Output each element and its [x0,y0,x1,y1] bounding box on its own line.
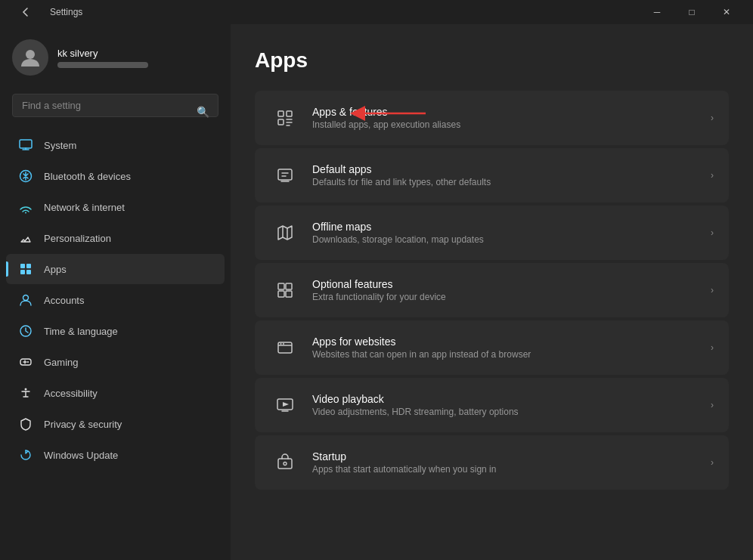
sidebar-item-personalization[interactable]: Personalization [6,223,225,253]
apps-icon [18,261,33,277]
settings-item-apps-websites[interactable]: Apps for websites Websites that can open… [255,320,729,375]
titlebar-title: Settings [50,7,82,17]
page-title: Apps [255,48,729,73]
sidebar-item-label-privacy: Privacy & security [44,419,122,430]
sidebar-item-network[interactable]: Network & internet [6,192,225,222]
user-name: kk silvery [57,48,148,59]
settings-item-startup[interactable]: Startup Apps that start automatically wh… [255,435,729,490]
apps-features-icon [270,103,300,133]
svg-rect-14 [278,111,284,116]
default-apps-icon [270,160,300,190]
windows-update-icon [18,447,33,463]
svg-point-0 [26,50,35,59]
titlebar: Settings ─ □ ✕ [0,0,753,24]
sidebar-item-accounts[interactable]: Accounts [6,285,225,315]
privacy-icon [18,416,33,432]
apps-websites-text: Apps for websites Websites that can open… [312,336,699,360]
sidebar-item-bluetooth[interactable]: Bluetooth & devices [6,161,225,191]
time-icon [18,323,33,339]
video-playback-title: Video playback [312,393,699,405]
video-playback-icon [270,390,300,420]
optional-features-title: Optional features [312,278,699,290]
apps-websites-icon [270,333,300,363]
sidebar-nav: System Bluetooth & devices [0,129,231,471]
sidebar-item-time[interactable]: Time & language [6,316,225,346]
offline-maps-icon [270,218,300,248]
startup-chevron: › [711,457,714,468]
svg-rect-21 [286,291,292,297]
startup-desc: Apps that start automatically when you s… [312,464,699,475]
sidebar: kk silvery 🔍 System [0,24,231,560]
sidebar-item-accessibility[interactable]: Accessibility [6,378,225,408]
settings-item-default-apps[interactable]: Default apps Defaults for file and link … [255,148,729,203]
startup-text: Startup Apps that start automatically wh… [312,450,699,475]
optional-features-desc: Extra functionality for your device [312,292,699,302]
sidebar-item-label-apps: Apps [44,264,67,275]
sidebar-item-gaming[interactable]: Gaming [6,347,225,377]
sidebar-item-privacy[interactable]: Privacy & security [6,409,225,439]
video-playback-text: Video playback Video adjustments, HDR st… [312,393,699,417]
svg-rect-4 [20,264,25,268]
svg-point-23 [280,343,282,345]
search-icon: 🔍 [197,106,209,118]
svg-rect-1 [20,140,32,148]
offline-maps-text: Offline maps Downloads, storage location… [312,221,699,245]
sidebar-item-label-network: Network & internet [44,202,125,213]
svg-rect-27 [278,459,292,469]
sidebar-item-windows-update[interactable]: Windows Update [6,440,225,470]
apps-websites-title: Apps for websites [312,336,699,348]
search-container: 🔍 [0,88,231,129]
svg-rect-7 [26,270,31,274]
bluetooth-icon [18,169,33,184]
video-playback-desc: Video adjustments, HDR streaming, batter… [312,407,699,417]
minimize-button[interactable]: ─ [640,0,674,24]
svg-rect-15 [287,111,292,116]
gaming-icon [18,354,33,370]
settings-item-optional-features[interactable]: Optional features Extra functionality fo… [255,263,729,317]
default-apps-text: Default apps Defaults for file and link … [312,163,699,187]
sidebar-item-label-accounts: Accounts [44,295,84,306]
sidebar-item-apps[interactable]: Apps [6,254,225,284]
user-info: kk silvery [57,48,148,68]
sidebar-item-label-personalization: Personalization [44,233,111,244]
svg-point-11 [27,361,29,363]
settings-item-apps-features[interactable]: Apps & features Installed apps, app exec… [255,91,729,145]
startup-icon [270,447,300,478]
close-button[interactable]: ✕ [709,0,744,24]
svg-point-8 [23,295,29,301]
apps-features-title: Apps & features [312,106,699,118]
default-apps-desc: Defaults for file and link types, other … [312,177,699,187]
user-status-bar [57,62,148,68]
sidebar-item-label-windows-update: Windows Update [44,450,118,461]
user-section[interactable]: kk silvery [0,24,231,88]
svg-point-24 [283,343,284,345]
settings-item-video-playback[interactable]: Video playback Video adjustments, HDR st… [255,378,729,432]
search-input[interactable] [12,94,218,117]
video-playback-chevron: › [711,400,714,410]
personalization-icon [18,230,33,246]
settings-item-offline-maps[interactable]: Offline maps Downloads, storage location… [255,206,729,260]
system-icon [18,138,33,153]
svg-point-3 [25,212,26,214]
svg-rect-19 [286,283,292,289]
apps-websites-chevron: › [711,342,714,353]
default-apps-chevron: › [711,170,714,181]
sidebar-item-system[interactable]: System [6,130,225,160]
svg-rect-17 [278,169,292,180]
optional-features-icon [270,275,300,305]
svg-rect-5 [26,264,31,268]
app-window: kk silvery 🔍 System [0,24,753,560]
maximize-button[interactable]: □ [674,0,709,24]
main-content: Apps [231,24,753,560]
sidebar-item-label-gaming: Gaming [44,357,79,368]
apps-features-desc: Installed apps, app execution aliases [312,119,699,130]
svg-rect-16 [278,119,284,125]
back-button[interactable] [9,0,44,24]
startup-title: Startup [312,450,699,463]
offline-maps-chevron: › [711,227,714,238]
settings-list: Apps & features Installed apps, app exec… [255,91,729,490]
svg-marker-26 [283,402,289,407]
svg-rect-20 [278,291,284,297]
offline-maps-title: Offline maps [312,221,699,233]
offline-maps-desc: Downloads, storage location, map updates [312,234,699,245]
